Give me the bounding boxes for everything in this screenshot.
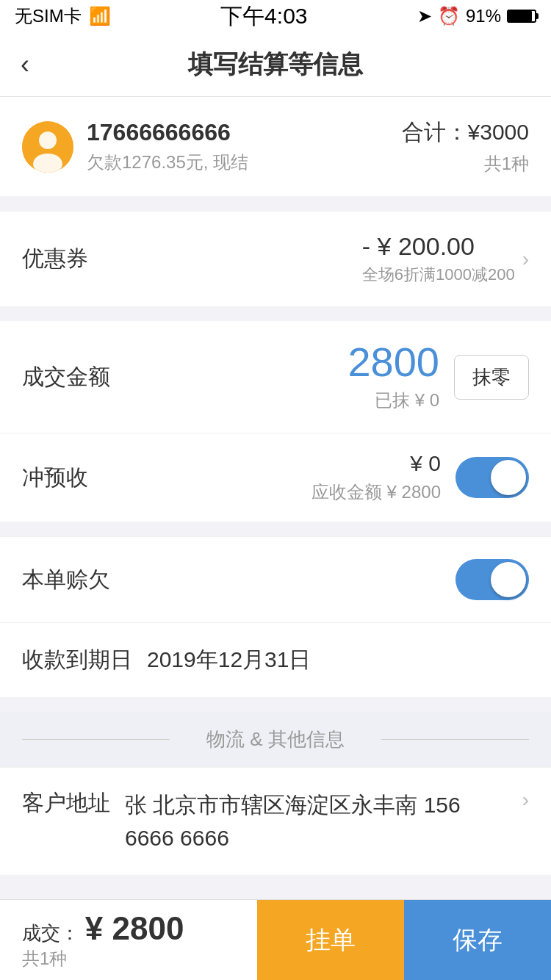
- round-zero-button[interactable]: 抹零: [454, 355, 529, 400]
- bottom-deal-label: 成交：: [22, 922, 79, 944]
- battery-text: 91%: [466, 6, 501, 26]
- section-gap-3: [0, 697, 551, 712]
- chevron-right-icon: ›: [522, 248, 529, 271]
- bottom-count: 共1种: [22, 947, 235, 970]
- wifi-icon: 📶: [89, 6, 111, 26]
- prepay-label: 冲预收: [22, 463, 88, 493]
- prepay-amount: ¥ 0: [311, 451, 441, 476]
- prepay-row: 冲预收 ¥ 0 应收金额 ¥ 2800: [0, 433, 551, 522]
- prepay-right: ¥ 0 应收金额 ¥ 2800: [311, 451, 529, 504]
- coupon-row[interactable]: 优惠券 - ¥ 200.00 全场6折满1000减200 ›: [0, 211, 551, 306]
- address-row[interactable]: 客户地址 张 北京市市辖区海淀区永丰南 156 6666 6666 ›: [0, 767, 551, 875]
- deal-amount: 2800: [347, 342, 439, 383]
- prepay-toggle[interactable]: [455, 457, 529, 498]
- location-icon: ➤: [417, 6, 432, 26]
- duedate-label: 收款到期日: [22, 645, 132, 675]
- battery-bar: [507, 10, 536, 23]
- section-gap-2: [0, 522, 551, 536]
- alarm-icon: ⏰: [438, 6, 460, 26]
- customer-card: 17666666666 欠款1276.35元, 现结 合计：¥3000 共1种: [0, 97, 551, 196]
- address-value: 张 北京市市辖区海淀区永丰南 156 6666 6666: [125, 788, 508, 854]
- debt-toggle[interactable]: [455, 559, 529, 600]
- bottom-bar: 成交： ¥ 2800 共1种 挂单 保存: [0, 899, 551, 980]
- customer-left: 17666666666 欠款1276.35元, 现结: [22, 119, 248, 174]
- total-count: 共1种: [402, 152, 529, 176]
- save-button[interactable]: 保存: [404, 900, 551, 981]
- back-button[interactable]: ‹: [21, 49, 29, 80]
- customer-right: 合计：¥3000 共1种: [402, 118, 529, 176]
- deal-sub: 已抹 ¥ 0: [347, 389, 439, 412]
- toggle-thumb: [491, 460, 526, 495]
- section-gap-1: [0, 306, 551, 321]
- address-label: 客户地址: [22, 788, 110, 818]
- bottom-deal-amount: ¥ 2800: [85, 910, 184, 946]
- coupon-description: 全场6折满1000减200: [362, 264, 515, 286]
- prepay-sub: 应收金额 ¥ 2800: [311, 480, 441, 504]
- status-bar: 无SIM卡 📶 下午4:03 ➤ ⏰ 91%: [0, 0, 551, 32]
- debt-toggle-thumb: [491, 562, 526, 597]
- debt-label: 本单赊欠: [22, 565, 110, 595]
- prepay-amount-col: ¥ 0 应收金额 ¥ 2800: [311, 451, 441, 504]
- bottom-summary: 成交： ¥ 2800 共1种: [0, 910, 257, 970]
- debt-section: 本单赊欠 收款到期日 2019年12月31日: [0, 536, 551, 697]
- customer-info: 17666666666 欠款1276.35元, 现结: [87, 119, 248, 174]
- duedate-row: 收款到期日 2019年12月31日: [0, 622, 551, 697]
- coupon-label: 优惠券: [22, 244, 88, 274]
- nav-bar: ‹ 填写结算等信息: [0, 32, 551, 97]
- status-right: ➤ ⏰ 91%: [417, 6, 536, 26]
- avatar: [22, 121, 73, 173]
- no-sim-text: 无SIM卡: [15, 4, 82, 28]
- deal-amount-row: 成交金额 2800 已抹 ¥ 0 抹零: [0, 321, 551, 433]
- deal-label: 成交金额: [22, 362, 110, 392]
- status-time: 下午4:03: [220, 1, 307, 32]
- status-left: 无SIM卡 📶: [15, 4, 111, 28]
- bottom-deal-row: 成交： ¥ 2800: [22, 910, 235, 947]
- divider-line-left: [22, 739, 170, 740]
- duedate-value: 2019年12月31日: [147, 645, 311, 675]
- address-chevron-icon: ›: [522, 788, 529, 812]
- total-amount: 合计：¥3000: [402, 118, 529, 148]
- customer-phone: 17666666666: [87, 119, 248, 146]
- deal-amount-col: 2800 已抹 ¥ 0: [347, 342, 439, 412]
- hang-order-button[interactable]: 挂单: [257, 900, 404, 981]
- customer-debt: 欠款1276.35元, 现结: [87, 151, 248, 174]
- deal-section: 成交金额 2800 已抹 ¥ 0 抹零 冲预收 ¥ 0 应收金额 ¥ 2800: [0, 321, 551, 522]
- coupon-discount: - ¥ 200.00: [362, 232, 515, 261]
- page-title: 填写结算等信息: [188, 48, 363, 82]
- logistics-label: 物流 & 其他信息: [206, 727, 345, 752]
- divider-line-right: [381, 739, 529, 740]
- coupon-right: - ¥ 200.00 全场6折满1000减200 ›: [362, 232, 529, 286]
- logistics-divider: 物流 & 其他信息: [0, 712, 551, 767]
- svg-point-1: [39, 131, 57, 149]
- deal-right: 2800 已抹 ¥ 0 抹零: [347, 342, 529, 412]
- debt-row: 本单赊欠: [0, 536, 551, 622]
